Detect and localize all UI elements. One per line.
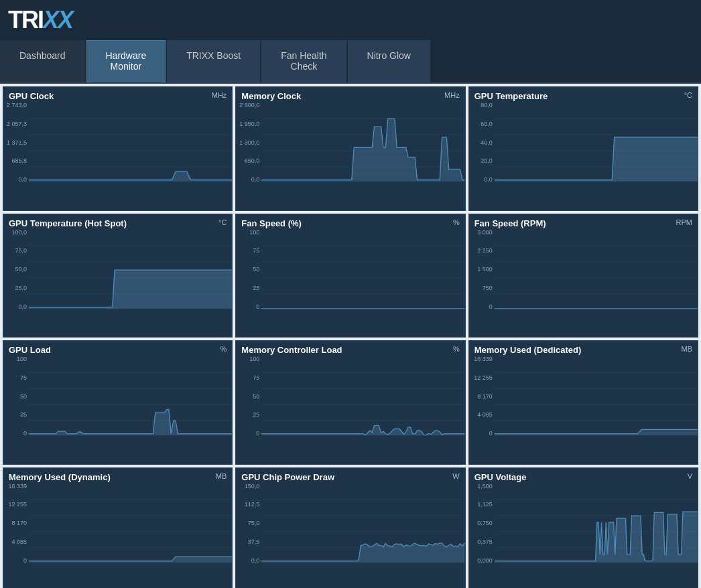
y-label: 0,0 (472, 177, 493, 183)
y-label: 50 (6, 394, 27, 400)
chart-wrapper: 1,5001,1250,7500,3750,000 (469, 484, 698, 564)
y-label: 0,000 (472, 558, 493, 564)
y-label: 750 (472, 285, 493, 291)
y-label: 100 (6, 356, 27, 362)
svg-marker-65 (261, 542, 464, 562)
y-axis-labels: 1007550250 (236, 230, 261, 310)
chart-memory-used-dedicated: Memory Used (Dedicated) MB 16 33912 2558… (468, 340, 698, 465)
chart-wrapper: 1007550250 (236, 356, 464, 437)
y-axis-labels: 80,060,040,020,00,0 (469, 102, 495, 183)
chart-unit: MB (682, 345, 693, 353)
y-label: 1,125 (472, 502, 493, 508)
chart-header: GPU Voltage V (469, 468, 698, 484)
tab-hardware-monitor[interactable]: HardwareMonitor (86, 40, 166, 82)
y-axis-labels: 16 33912 2558 1704 0850 (469, 356, 495, 437)
chart-unit: MHz (444, 91, 460, 99)
chart-header: GPU Temperature °C (469, 87, 698, 102)
chart-unit: V (688, 472, 692, 480)
chart-header: GPU Clock MHz (3, 87, 232, 102)
close-button[interactable] (674, 11, 693, 29)
chart-svg (29, 484, 232, 564)
chart-svg (261, 102, 464, 183)
y-label: 25 (239, 285, 259, 291)
chart-title: Memory Controller Load (241, 345, 342, 355)
chart-header: GPU Load % (3, 341, 232, 356)
svg-container (261, 356, 464, 437)
svg-container (29, 356, 232, 437)
svg-container (261, 230, 464, 310)
svg-container (29, 484, 232, 564)
y-label: 50 (239, 267, 259, 273)
chart-wrapper: 100,075,050,025,00,0 (3, 230, 232, 310)
chart-title: GPU Temperature (474, 91, 548, 101)
y-label: 0,750 (472, 520, 493, 526)
chart-memory-clock: Memory Clock MHz 2 600,01 950,01 300,065… (235, 86, 465, 211)
y-label: 650,0 (239, 158, 259, 164)
chart-wrapper: 1007550250 (3, 356, 232, 437)
nav-tabs: Dashboard HardwareMonitor TRIXX Boost Fa… (0, 40, 701, 84)
y-label: 1 300,0 (239, 140, 259, 146)
chart-svg (495, 484, 698, 564)
chart-title: GPU Chip Power Draw (241, 472, 334, 482)
y-label: 100 (239, 356, 259, 362)
chart-wrapper: 80,060,040,020,00,0 (469, 102, 698, 183)
chart-unit: RPM (676, 218, 692, 226)
chart-header: Fan Speed (%) % (236, 214, 464, 230)
svg-container (261, 102, 464, 183)
chart-svg (29, 230, 232, 310)
chart-title: Fan Speed (%) (241, 218, 302, 228)
y-label: 4 085 (6, 539, 27, 545)
svg-container (495, 356, 698, 437)
y-label: 16 339 (472, 356, 493, 362)
chart-grid: GPU Clock MHz 2 743,02 057,31 371,5685,8… (0, 84, 701, 588)
tab-dashboard[interactable]: Dashboard (0, 40, 85, 82)
y-label: 0 (472, 431, 493, 437)
chart-header: Memory Clock MHz (236, 87, 464, 102)
y-label: 16 339 (6, 484, 27, 490)
chart-unit: % (453, 218, 460, 226)
y-label: 100,0 (6, 230, 27, 236)
chart-gpu-chip-power-draw: GPU Chip Power Draw W 150,0112,575,037,5… (235, 467, 465, 589)
chart-gpu-load: GPU Load % 1007550250 (3, 340, 233, 465)
y-label: 685,8 (6, 158, 27, 164)
y-label: 0 (6, 431, 27, 437)
chart-wrapper: 2 743,02 057,31 371,5685,80,0 (3, 102, 232, 183)
svg-marker-17 (495, 137, 698, 181)
chart-wrapper: 16 33912 2558 1704 0850 (469, 356, 698, 437)
tab-fan-health-check[interactable]: Fan HealthCheck (261, 40, 346, 82)
y-axis-labels: 2 600,01 950,01 300,0650,00,0 (236, 102, 261, 183)
y-label: 3 000 (472, 230, 493, 236)
y-axis-labels: 16 33912 2558 1704 0850 (3, 484, 29, 564)
y-label: 0,375 (472, 539, 493, 545)
y-axis-labels: 1007550250 (3, 356, 29, 437)
y-label: 150,0 (239, 484, 259, 490)
y-label: 50 (239, 394, 259, 400)
chart-unit: % (220, 345, 227, 353)
chart-title: GPU Temperature (Hot Spot) (9, 218, 127, 228)
y-label: 0,0 (239, 177, 259, 183)
y-label: 2 057,3 (6, 121, 27, 127)
chart-wrapper: 150,0112,575,037,50,0 (236, 484, 464, 564)
chart-gpu-voltage: GPU Voltage V 1,5001,1250,7500,3750,000 (468, 467, 698, 589)
tab-trixx-boost[interactable]: TRIXX Boost (167, 40, 260, 82)
chart-header: GPU Chip Power Draw W (236, 468, 464, 484)
y-label: 12 255 (472, 375, 493, 381)
chart-fan-speed-pct: Fan Speed (%) % 1007550250 (235, 214, 465, 338)
svg-marker-53 (495, 429, 698, 435)
chart-title: Memory Used (Dedicated) (474, 345, 582, 355)
y-axis-labels: 100,075,050,025,00,0 (3, 230, 29, 310)
app-logo: TRIXX (8, 6, 75, 34)
chart-header: Fan Speed (RPM) RPM (469, 214, 698, 230)
chart-memory-controller-load: Memory Controller Load % 1007550250 (235, 340, 465, 465)
tab-nitro-glow[interactable]: Nitro Glow (348, 40, 430, 82)
chart-memory-used-dynamic: Memory Used (Dynamic) MB 16 33912 2558 1… (3, 467, 233, 589)
y-label: 8 170 (472, 394, 493, 400)
chart-unit: MB (216, 472, 227, 480)
chart-title: GPU Clock (9, 91, 54, 101)
chart-fan-speed-rpm: Fan Speed (RPM) RPM 3 0002 2501 5007500 (468, 214, 698, 338)
minimize-button[interactable] (650, 11, 669, 29)
y-label: 1,500 (472, 484, 493, 490)
chart-unit: MHz (212, 91, 227, 99)
svg-marker-23 (29, 270, 232, 309)
y-label: 0 (239, 304, 259, 310)
